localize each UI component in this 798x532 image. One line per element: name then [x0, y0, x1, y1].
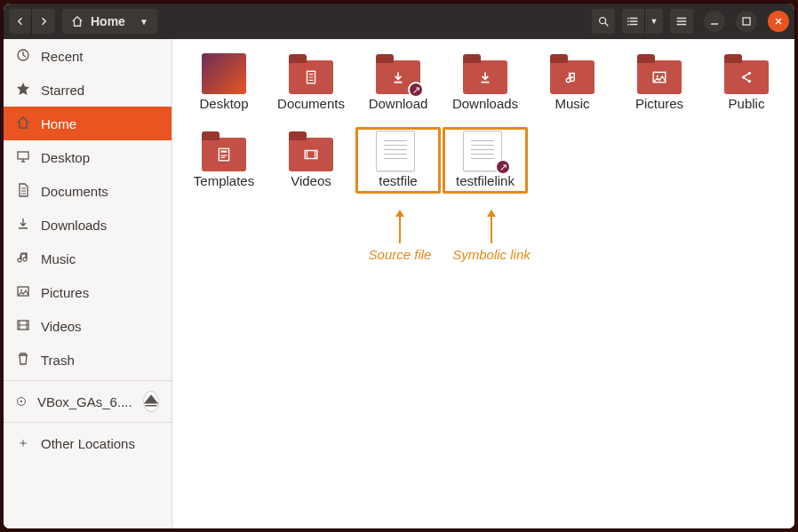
sidebar-item-videos[interactable]: Videos [4, 309, 172, 343]
sidebar-item-desktop[interactable]: Desktop [4, 140, 172, 174]
clock-icon [16, 48, 30, 65]
file-item-documents[interactable]: Documents [268, 50, 354, 116]
list-view-button[interactable] [622, 9, 645, 34]
path-bar[interactable]: Home ▼ [62, 9, 157, 34]
sidebar-other-locations[interactable]: ＋ Other Locations [4, 426, 172, 460]
file-item-videos[interactable]: Videos [268, 127, 354, 194]
file-label: Downloads [452, 96, 518, 111]
close-button[interactable] [768, 11, 789, 32]
close-icon [774, 17, 783, 26]
list-icon [627, 15, 640, 28]
sidebar-item-home[interactable]: Home [4, 107, 172, 140]
sidebar-item-label: Music [41, 251, 76, 266]
sidebar-mount-label: VBox_GAs_6.... [37, 394, 132, 409]
sidebar-item-trash[interactable]: Trash [4, 343, 172, 377]
file-item-public[interactable]: Public [704, 50, 789, 116]
home-icon [71, 15, 84, 28]
star-icon [16, 82, 30, 99]
file-view[interactable]: DesktopDocuments↗DownloadDownloadsMusicP… [172, 39, 794, 528]
sidebar-other-label: Other Locations [41, 436, 135, 451]
sidebar-item-label: Downloads [41, 218, 107, 233]
file-label: Public [729, 96, 765, 111]
file-label: Videos [291, 173, 331, 188]
sidebar-item-label: Starred [41, 83, 84, 98]
file-item-testfilelink[interactable]: ↗testfilelink [443, 127, 528, 194]
home-icon [16, 115, 30, 132]
titlebar: Home ▼ ▼ [4, 4, 794, 39]
sidebar-item-downloads[interactable]: Downloads [4, 208, 172, 242]
search-icon [597, 15, 610, 28]
nav-buttons [9, 9, 55, 34]
file-label: Documents [277, 96, 345, 111]
sidebar-item-music[interactable]: Music [4, 242, 172, 275]
svg-point-14 [657, 75, 658, 77]
forward-button[interactable] [32, 9, 55, 34]
sidebar-item-recent[interactable]: Recent [4, 39, 172, 73]
file-item-downloads[interactable]: Downloads [443, 50, 528, 116]
eject-icon [144, 394, 158, 409]
svg-point-3 [627, 24, 629, 26]
view-options-button[interactable]: ▼ [645, 9, 663, 34]
eject-button[interactable] [143, 391, 159, 412]
annotation-source-label: Source file [369, 247, 432, 262]
svg-rect-6 [18, 152, 28, 159]
download-icon [16, 217, 30, 234]
path-label: Home [91, 14, 125, 28]
file-item-pictures[interactable]: Pictures [617, 50, 702, 116]
sidebar-mount-vbox[interactable]: VBox_GAs_6.... [4, 385, 172, 418]
annotation-symlink-label: Symbolic link [452, 247, 531, 262]
music-icon [16, 250, 30, 267]
hamburger-icon [675, 15, 688, 28]
sidebar-item-pictures[interactable]: Pictures [4, 275, 172, 309]
minimize-icon [710, 17, 719, 26]
file-label: Music [555, 96, 589, 111]
file-item-music[interactable]: Music [530, 50, 615, 116]
image-icon [16, 284, 30, 301]
monitor-icon [16, 149, 30, 166]
separator [4, 422, 172, 423]
file-label: Desktop [199, 96, 248, 111]
minimize-button[interactable] [704, 11, 725, 32]
sidebar-item-label: Pictures [41, 285, 89, 300]
folder-icon [550, 60, 595, 94]
svg-point-0 [600, 18, 606, 24]
file-item-templates[interactable]: Templates [181, 127, 267, 194]
sidebar-item-label: Trash [41, 353, 75, 368]
maximize-button[interactable] [736, 11, 757, 32]
arrow-icon [399, 215, 401, 243]
file-label: Download [369, 96, 428, 111]
file-label: Templates [194, 173, 254, 188]
svg-point-8 [20, 290, 22, 291]
svg-rect-18 [219, 148, 228, 161]
folder-icon: ↗ [376, 60, 420, 94]
sidebar-item-documents[interactable]: Documents [4, 174, 172, 208]
svg-point-2 [627, 20, 629, 22]
folder-icon [637, 60, 682, 94]
separator [4, 380, 172, 381]
folder-icon [289, 60, 333, 94]
hamburger-menu-button[interactable] [670, 9, 693, 34]
sidebar: Recent Starred Home Desktop Documents Do… [4, 39, 172, 528]
folder-icon [463, 60, 507, 94]
annotation-source: Source file [360, 215, 440, 262]
search-button[interactable] [592, 9, 615, 34]
folder-icon [289, 138, 333, 171]
maximize-icon [742, 17, 751, 26]
sidebar-item-label: Videos [41, 319, 82, 334]
svg-rect-19 [221, 151, 227, 153]
sidebar-item-starred[interactable]: Starred [4, 73, 172, 107]
plus-icon: ＋ [16, 435, 30, 451]
back-button[interactable] [9, 9, 32, 34]
sidebar-item-label: Desktop [41, 150, 90, 165]
file-item-download[interactable]: ↗Download [355, 50, 441, 116]
file-item-testfile[interactable]: testfile [355, 127, 441, 194]
path-dropdown-icon[interactable]: ▼ [140, 17, 148, 27]
file-item-desktop[interactable]: Desktop [181, 50, 267, 116]
view-switcher: ▼ [622, 9, 663, 34]
sidebar-item-label: Home [41, 116, 76, 131]
folder-icon [202, 138, 246, 171]
file-manager-window: Home ▼ ▼ R [4, 4, 794, 528]
desktop-folder-icon [202, 53, 246, 94]
arrow-icon [491, 215, 492, 243]
symlink-badge-icon: ↗ [495, 159, 511, 175]
